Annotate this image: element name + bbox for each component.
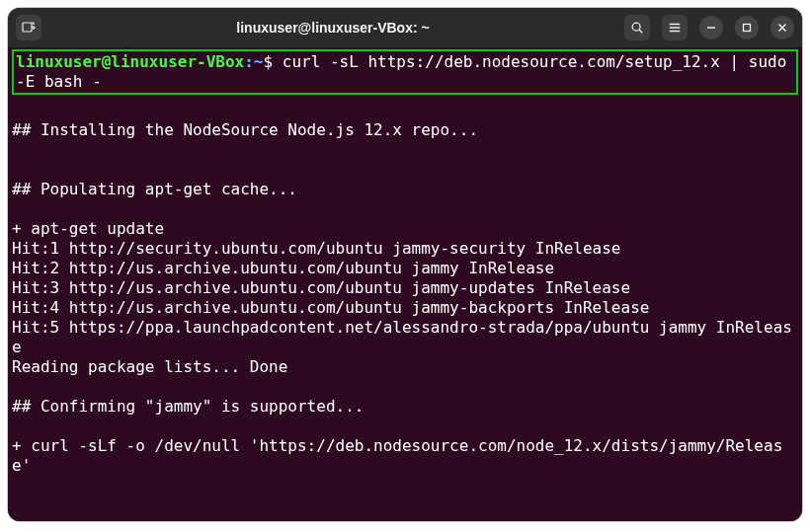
output-line: Hit:2 http://us.archive.ubuntu.com/ubunt… — [12, 259, 798, 278]
prompt-separator: : — [244, 52, 254, 71]
prompt-line: linuxuser@linuxuser-VBox:~$ curl -sL htt… — [16, 52, 794, 92]
search-icon — [630, 21, 644, 35]
new-tab-button[interactable] — [16, 15, 41, 40]
terminal-output: ## Installing the NodeSource Node.js 12.… — [12, 101, 798, 476]
titlebar: linuxuser@linuxuser-VBox: ~ — [8, 8, 802, 47]
output-line: Reading package lists... Done — [12, 357, 798, 377]
svg-point-1 — [632, 23, 640, 31]
minimize-button[interactable] — [699, 16, 723, 39]
titlebar-left — [16, 15, 41, 40]
menu-button[interactable] — [662, 15, 688, 40]
close-icon — [777, 23, 787, 33]
new-tab-icon — [21, 20, 37, 36]
output-line: ## Installing the NodeSource Node.js 12.… — [12, 120, 798, 140]
window-title: linuxuser@linuxuser-VBox: ~ — [41, 20, 624, 36]
svg-rect-7 — [744, 25, 751, 32]
terminal-window: linuxuser@linuxuser-VBox: ~ — [8, 8, 802, 521]
command-highlight-box: linuxuser@linuxuser-VBox:~$ curl -sL htt… — [12, 49, 798, 95]
svg-line-2 — [639, 30, 642, 33]
output-line: + apt-get update — [12, 219, 798, 239]
output-line: Hit:5 https://ppa.launchpadcontent.net/a… — [12, 318, 798, 357]
output-line — [12, 101, 798, 120]
output-line — [12, 417, 798, 436]
close-button[interactable] — [770, 16, 794, 39]
titlebar-right — [624, 15, 794, 40]
output-line: + curl -sLf -o /dev/null 'https://deb.no… — [12, 436, 798, 476]
output-line: Hit:4 http://us.archive.ubuntu.com/ubunt… — [12, 298, 798, 318]
minimize-icon — [706, 23, 716, 33]
output-line — [12, 377, 798, 397]
prompt-user-host: linuxuser@linuxuser-VBox — [16, 52, 244, 71]
search-button[interactable] — [624, 15, 650, 40]
maximize-icon — [742, 23, 752, 33]
prompt-symbol: $ — [263, 52, 273, 71]
hamburger-icon — [668, 21, 682, 35]
terminal-body[interactable]: linuxuser@linuxuser-VBox:~$ curl -sL htt… — [8, 47, 802, 521]
output-line: Hit:3 http://us.archive.ubuntu.com/ubunt… — [12, 278, 798, 298]
output-line: ## Populating apt-get cache... — [12, 180, 798, 199]
maximize-button[interactable] — [735, 16, 759, 39]
output-line: ## Confirming "jammy" is supported... — [12, 397, 798, 417]
svg-rect-0 — [23, 23, 32, 32]
output-line — [12, 140, 798, 160]
output-line — [12, 199, 798, 219]
output-line — [12, 160, 798, 180]
output-line: Hit:1 http://security.ubuntu.com/ubuntu … — [12, 239, 798, 259]
